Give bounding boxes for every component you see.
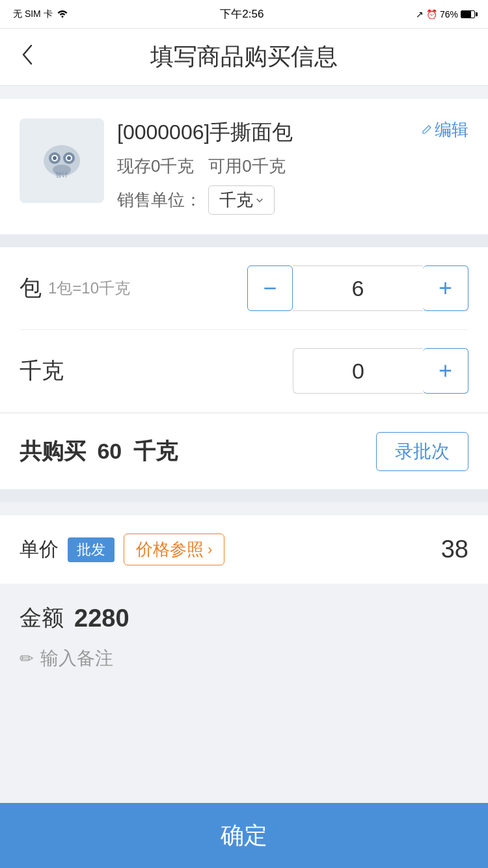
product-name: [0000006]手撕面包: [117, 118, 293, 147]
edit-label: 编辑: [435, 118, 468, 141]
price-section: 单价 批发 价格参照 › 38: [0, 515, 488, 584]
price-ref-label: 价格参照: [136, 538, 204, 561]
svg-text:智计: 智计: [55, 171, 68, 178]
carrier-label: 无 SIM 卡: [13, 8, 53, 20]
unit-value: 千克: [219, 189, 253, 211]
bao-hint: 1包=10千克: [48, 278, 247, 299]
back-button[interactable]: [20, 43, 52, 71]
total-batch-section: 共购买 60 千克 录批次: [0, 413, 488, 489]
bao-controls: − +: [247, 265, 468, 311]
batch-button[interactable]: 录批次: [376, 432, 468, 471]
pencil-icon: ✏: [20, 649, 34, 669]
remark-placeholder: 输入备注: [40, 646, 113, 671]
page-title: 填写商品购买信息: [52, 41, 436, 73]
price-ref-arrow: ›: [208, 541, 212, 558]
total-prefix: 共购买: [20, 439, 86, 463]
available-value: 可用0千克: [208, 156, 285, 176]
kg-controls: +: [293, 348, 468, 394]
wifi-icon: [57, 8, 68, 20]
amount-value: 2280: [74, 604, 129, 632]
unit-label-text: 销售单位：: [117, 189, 202, 211]
battery-icon: [461, 10, 475, 18]
price-label: 单价: [20, 536, 59, 563]
kg-increment-button[interactable]: +: [423, 348, 468, 394]
total-suffix: 千克: [133, 439, 178, 463]
kg-label: 千克: [20, 356, 64, 386]
amount-section: 金额 2280 ✏ 输入备注: [0, 584, 488, 753]
unit-select[interactable]: 千克: [208, 185, 275, 215]
edit-button[interactable]: 编辑: [420, 118, 468, 141]
input-section: 包 1包=10千克 − + 千克 +: [0, 247, 488, 412]
nav-bar: 填写商品购买信息: [0, 29, 488, 86]
status-left: 无 SIM 卡: [13, 8, 68, 20]
total-amount: 60: [97, 439, 122, 463]
svg-point-5: [53, 156, 57, 160]
section-divider-2: [0, 489, 488, 502]
remark-row[interactable]: ✏ 输入备注: [20, 646, 468, 671]
product-stock: 现存0千克 可用0千克: [117, 155, 468, 178]
status-right: ↗ ⏰ 76%: [416, 9, 475, 20]
product-top-row: [0000006]手撕面包 编辑: [117, 118, 468, 155]
confirm-label: 确定: [221, 820, 267, 852]
product-info: [0000006]手撕面包 编辑 现存0千克 可用0千克 销售单位： 千克: [117, 118, 468, 215]
svg-point-6: [67, 156, 71, 160]
location-icon: ↗: [416, 9, 424, 20]
bao-input[interactable]: [293, 265, 423, 311]
status-time: 下午2:56: [220, 7, 264, 21]
alarm-icon: ⏰: [426, 9, 437, 20]
price-ref-button[interactable]: 价格参照 ›: [124, 534, 224, 565]
product-thumbnail: 智计: [20, 118, 104, 203]
bao-increment-button[interactable]: +: [423, 265, 468, 311]
bao-decrement-button[interactable]: −: [247, 265, 293, 311]
kg-input[interactable]: [293, 348, 423, 394]
status-bar: 无 SIM 卡 下午2:56 ↗ ⏰ 76%: [0, 0, 488, 29]
battery-percent: 76%: [440, 9, 458, 20]
section-divider-1: [0, 234, 488, 247]
kg-input-row: 千克 +: [20, 330, 468, 412]
amount-row: 金额 2280: [20, 603, 468, 633]
price-tag: 批发: [68, 537, 115, 562]
price-value: 38: [441, 536, 468, 563]
confirm-button[interactable]: 确定: [0, 803, 488, 868]
bao-input-row: 包 1包=10千克 − +: [20, 247, 468, 330]
total-text: 共购买 60 千克: [20, 437, 178, 467]
bao-label: 包: [20, 273, 42, 303]
stock-value: 现存0千克: [117, 156, 194, 176]
amount-label: 金额: [20, 603, 64, 633]
product-unit-row: 销售单位： 千克: [117, 185, 468, 215]
product-card: 智计 [0000006]手撕面包 编辑 现存0千克 可用0千克 销售单位： 千克: [0, 99, 488, 234]
